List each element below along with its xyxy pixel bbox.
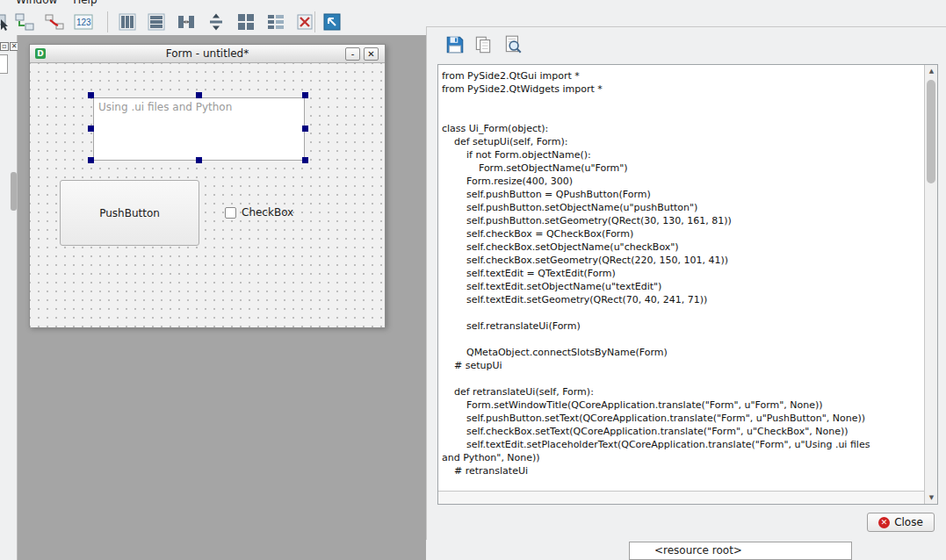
- dock-float-icon[interactable]: ▫: [0, 42, 9, 51]
- left-dock-strip: ▫ ✕: [0, 35, 18, 560]
- dock-scrollbar-thumb[interactable]: [11, 172, 17, 211]
- layout-horizontal-splitter-icon[interactable]: [176, 11, 197, 32]
- svg-text:123: 123: [76, 18, 91, 27]
- horizontal-scrollbar[interactable]: [438, 491, 924, 504]
- selection-handle[interactable]: [88, 92, 94, 98]
- checkbox-label: CheckBox: [242, 206, 293, 219]
- menu-help[interactable]: Help: [73, 0, 97, 6]
- form-canvas[interactable]: Using .ui files and Python PushButton Ch…: [30, 63, 385, 327]
- designer-form-window: D Form - untitled* - ✕ Using .ui files a…: [29, 44, 386, 327]
- checkbox-widget[interactable]: CheckBox: [225, 205, 293, 219]
- code-view: from PySide2.QtGui import * from PySide2…: [437, 64, 938, 505]
- layout-vertical-splitter-icon[interactable]: [206, 11, 227, 32]
- toolbar-separator: [107, 11, 108, 32]
- menu-window[interactable]: Window: [16, 0, 57, 6]
- form-window-titlebar[interactable]: D Form - untitled* - ✕: [30, 45, 385, 63]
- close-button-label: Close: [894, 516, 923, 528]
- adjust-size-icon[interactable]: [321, 11, 343, 32]
- layout-grid-icon[interactable]: [235, 11, 256, 32]
- break-layout-icon[interactable]: [294, 11, 315, 32]
- form-icon: D: [35, 48, 46, 59]
- save-icon[interactable]: [444, 34, 466, 55]
- vertical-scrollbar-thumb[interactable]: [927, 80, 935, 183]
- selection-handle[interactable]: [302, 157, 308, 163]
- scroll-up-icon[interactable]: ▲: [925, 65, 938, 77]
- selection-handle[interactable]: [88, 126, 94, 132]
- edit-buddies-icon[interactable]: [44, 11, 65, 32]
- form-window-title: Form - untitled*: [30, 47, 385, 60]
- layout-vertical-icon[interactable]: [146, 11, 167, 32]
- code-preview-dialog: from PySide2.QtGui import * from PySide2…: [426, 26, 946, 540]
- minimize-button[interactable]: -: [345, 47, 360, 61]
- layout-form-icon[interactable]: [265, 11, 286, 32]
- resource-browser-panel: <resource root>: [629, 542, 852, 560]
- code-text[interactable]: from PySide2.QtGui import * from PySide2…: [442, 69, 923, 490]
- pushbutton-widget[interactable]: PushButton: [60, 180, 199, 246]
- menubar: Window Help: [0, 0, 946, 8]
- layout-horizontal-icon[interactable]: [117, 11, 138, 32]
- scroll-down-icon[interactable]: ▼: [925, 492, 938, 504]
- selection-handle[interactable]: [88, 157, 94, 163]
- resource-root-item[interactable]: <resource root>: [654, 544, 742, 556]
- close-red-icon: ✕: [878, 517, 890, 528]
- find-icon[interactable]: [502, 34, 524, 55]
- selection-handle[interactable]: [196, 92, 202, 98]
- selection-handle[interactable]: [302, 92, 308, 98]
- edit-signals-slots-icon[interactable]: [14, 11, 35, 32]
- dock-filter-input[interactable]: [0, 54, 8, 74]
- close-dialog-button[interactable]: ✕ Close: [867, 513, 935, 532]
- selection-handle[interactable]: [302, 126, 308, 132]
- checkbox-box[interactable]: [225, 207, 236, 219]
- textedit-widget[interactable]: Using .ui files and Python: [93, 97, 305, 161]
- selection-handle[interactable]: [196, 157, 202, 163]
- edit-tab-order-icon[interactable]: 123: [73, 11, 94, 32]
- copy-icon[interactable]: [473, 34, 494, 55]
- close-button[interactable]: ✕: [364, 47, 379, 61]
- toolbar-separator: [314, 11, 315, 32]
- edit-widgets-icon[interactable]: [0, 11, 11, 32]
- vertical-scrollbar[interactable]: ▲ ▼: [924, 65, 937, 504]
